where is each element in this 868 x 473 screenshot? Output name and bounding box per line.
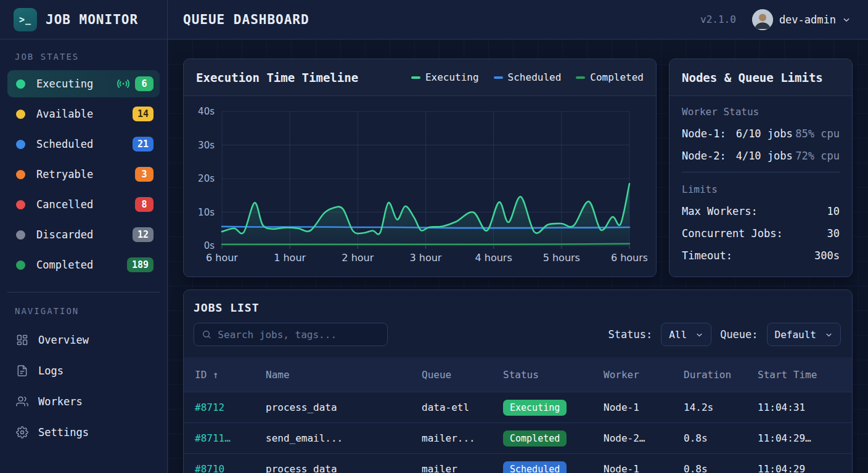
legend-label: Scheduled [508, 71, 562, 83]
column-header-name[interactable]: Name [266, 369, 422, 381]
username-label: dev-admin [779, 14, 836, 26]
limit-row: Timeout:300s [682, 249, 840, 262]
chevron-down-icon [842, 15, 851, 24]
state-label: Cancelled [36, 198, 93, 211]
sidebar-item-workers[interactable]: Workers [7, 386, 160, 417]
sidebar-item-discarded[interactable]: Discarded12 [7, 221, 160, 248]
terminal-logo-icon: >_ [14, 8, 37, 31]
svg-text:4 hours: 4 hours [475, 252, 512, 264]
column-header-queue[interactable]: Queue [422, 369, 503, 381]
table-cell: Node-1 [604, 402, 684, 413]
column-header-status[interactable]: Status [503, 369, 604, 381]
svg-text:6 hours: 6 hours [611, 252, 647, 264]
state-count-badge: 3 [135, 167, 154, 182]
worker-status-title: Worker Status [682, 106, 840, 118]
search-input[interactable] [218, 329, 380, 341]
limits-title: Limits [682, 184, 840, 195]
app-brand: >_ JOB MONITOR [0, 0, 168, 39]
state-count-badge: 21 [133, 137, 154, 152]
worker-jobs: 6/10 jobs [736, 127, 793, 140]
series-line-completed [222, 244, 629, 245]
table-cell: 0.8s [684, 463, 758, 473]
sidebar-item-cancelled[interactable]: Cancelled8 [7, 191, 160, 218]
svg-text:20s: 20s [198, 173, 215, 184]
main-content: Execution Time Timeline ExecutingSchedul… [168, 39, 868, 473]
sidebar-item-available[interactable]: Available14 [7, 100, 160, 127]
app-title: JOB MONITOR [46, 12, 138, 27]
worker-status-list: Node-1:6/10 jobs85% cpuNode-2:4/10 jobs7… [682, 127, 840, 162]
table-cell: Node-1 [604, 463, 684, 473]
job-states-section-title: JOB STATES [7, 52, 160, 62]
state-color-dot [16, 110, 25, 119]
table-row[interactable]: #8712process_datadata-etlExecutingNode-1… [184, 392, 852, 422]
state-color-dot [16, 230, 25, 240]
search-box [194, 323, 388, 346]
limit-value: 30 [827, 227, 840, 240]
job-id-link[interactable]: #8710 [195, 463, 224, 473]
sidebar-item-overview[interactable]: Overview [7, 325, 160, 355]
worker-cpu: 85% cpu [795, 127, 840, 140]
legend-color-dash [494, 76, 503, 79]
jobs-table-body: #8712process_datadata-etlExecutingNode-1… [184, 392, 852, 473]
timeline-card-title: Execution Time Timeline [196, 71, 358, 84]
svg-text:6 hour: 6 hour [206, 252, 238, 264]
table-row[interactable]: #8711…send_email...mailer...CompletedNod… [184, 422, 852, 453]
sidebar-item-retryable[interactable]: Retryable3 [7, 161, 160, 188]
sidebar-item-scheduled[interactable]: Scheduled21 [7, 131, 160, 158]
svg-text:3 hour: 3 hour [410, 252, 442, 264]
sidebar-item-executing[interactable]: Executing6 [7, 70, 160, 97]
table-cell: 11:04:29 [758, 463, 852, 473]
column-header-id[interactable]: ID ↑ [195, 369, 266, 381]
divider [682, 172, 840, 172]
svg-text:0s: 0s [204, 240, 215, 251]
navigation-section-title: NAVIGATION [7, 306, 160, 316]
limit-label: Timeout: [682, 249, 732, 262]
version-label: v2.1.0 [700, 14, 736, 25]
state-label: Executing [36, 78, 93, 90]
state-count-badge: 8 [135, 197, 154, 212]
nav-item-label: Workers [38, 395, 83, 408]
limits-list: Max Workers:10Concurrent Jobs:30Timeout:… [682, 205, 840, 262]
svg-text:10s: 10s [198, 207, 215, 218]
sidebar-item-logs[interactable]: Logs [7, 355, 160, 386]
job-id-link[interactable]: #8711… [195, 432, 231, 444]
limit-row: Max Workers:10 [682, 205, 840, 217]
worker-status-row: Node-2:4/10 jobs72% cpu [682, 150, 840, 162]
sidebar-item-settings[interactable]: Settings [7, 417, 160, 448]
table-cell: 11:04:31 [758, 402, 852, 413]
state-color-dot [16, 200, 25, 209]
timeline-chart: 0s10s20s30s40s6 hour1 hour2 hour3 hour4 … [194, 98, 647, 275]
svg-text:40s: 40s [198, 106, 215, 117]
navigation-section: NAVIGATION OverviewLogsWorkersSettings [7, 292, 160, 448]
column-header-duration[interactable]: Duration [684, 369, 758, 381]
state-color-dot [16, 79, 25, 89]
user-menu[interactable]: dev-admin [745, 9, 851, 30]
nodes-limits-card: Nodes & Queue Limits Worker Status Node-… [669, 59, 853, 277]
sidebar-item-completed[interactable]: Completed189 [7, 251, 160, 278]
queue-filter-select[interactable]: Default [767, 323, 841, 346]
state-color-dot [16, 140, 25, 149]
column-header-worker[interactable]: Worker [604, 369, 684, 381]
job-id-link[interactable]: #8712 [195, 402, 224, 413]
worker-jobs: 4/10 jobs [736, 150, 793, 162]
column-header-starttime[interactable]: Start Time [758, 369, 852, 381]
table-cell: 0.8s [684, 432, 758, 444]
status-filter-select[interactable]: All [661, 323, 711, 346]
avatar [752, 9, 773, 30]
nav-item-label: Overview [38, 334, 89, 346]
state-label: Scheduled [36, 138, 93, 150]
table-row[interactable]: #8710process_datamailerScheduledNode-10.… [184, 453, 852, 473]
legend-item-completed[interactable]: Completed [576, 71, 644, 83]
page-title: QUEUE DASHBOARD [183, 12, 309, 27]
limit-label: Max Workers: [682, 205, 758, 217]
worker-name: Node-2: [682, 150, 726, 162]
legend-item-scheduled[interactable]: Scheduled [494, 71, 562, 83]
people-icon [16, 395, 28, 408]
table-cell: mailer [422, 463, 503, 473]
legend-item-executing[interactable]: Executing [411, 71, 479, 83]
table-cell: process_data [266, 402, 422, 413]
status-badge: Completed [503, 431, 567, 447]
state-label: Available [36, 108, 93, 120]
worker-name: Node-1: [682, 127, 726, 140]
top-bar: >_ JOB MONITOR QUEUE DASHBOARD v2.1.0 de… [0, 0, 868, 39]
